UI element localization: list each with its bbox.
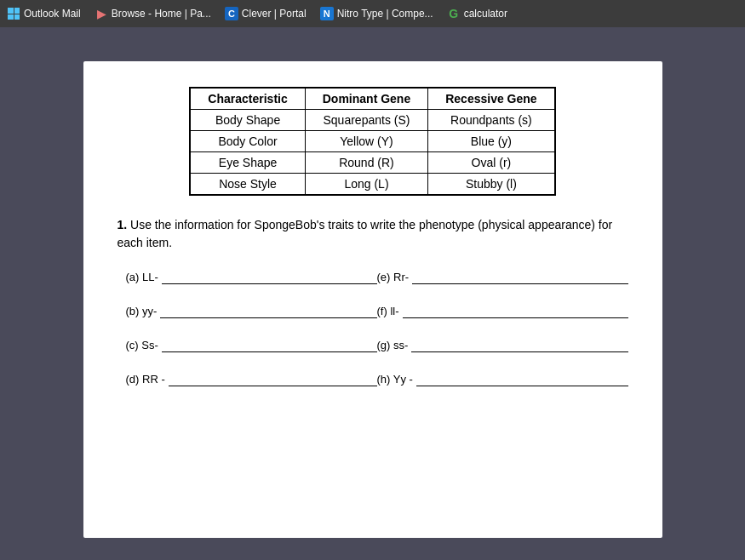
answers-grid: (a) LL- (b) yy- (c) Ss- (d) RR - (126, 269, 628, 405)
toolbar-item-outlook[interactable]: Outlook Mail (7, 7, 81, 20)
answer-line-f[interactable] (403, 303, 628, 318)
table-row: Body ShapeSquarepants (S)Roundpants (s) (190, 110, 554, 131)
toolbar-label-browse: Browse - Home | Pa... (112, 8, 211, 20)
answer-row-c: (c) Ss- (126, 337, 377, 352)
answer-label-a: (a) LL- (126, 271, 158, 283)
c-icon: C (225, 7, 238, 20)
grid-icon (7, 7, 20, 20)
answer-row-g: (g) ss- (377, 337, 628, 352)
table-row: Body ColorYellow (Y)Blue (y) (190, 131, 554, 152)
answers-right-column: (e) Rr- (f) ll- (g) ss- (h) Yy - (377, 269, 628, 405)
table-header-recessive: Recessive Gene (428, 88, 555, 110)
answer-row-a: (a) LL- (126, 269, 377, 284)
answer-label-h: (h) Yy - (377, 373, 413, 386)
question-number: 1. (117, 218, 128, 231)
toolbar-label-calculator: calculator (464, 8, 507, 20)
toolbar-item-clever[interactable]: C Clever | Portal (225, 7, 307, 20)
table-cell-r2-c0: Eye Shape (190, 152, 305, 174)
answer-line-h[interactable] (416, 371, 628, 386)
answer-line-d[interactable] (169, 371, 377, 386)
answer-line-b[interactable] (160, 303, 376, 318)
table-cell-r2-c1: Round (R) (305, 152, 427, 174)
table-cell-r3-c2: Stubby (l) (428, 174, 555, 196)
g-icon: G (447, 7, 461, 20)
genetics-table: Characteristic Dominant Gene Recessive G… (189, 87, 555, 196)
toolbar-label-outlook: Outlook Mail (24, 8, 81, 20)
table-cell-r3-c1: Long (L) (305, 174, 427, 196)
answer-row-f: (f) ll- (377, 303, 628, 318)
question-text: 1. Use the information for SpongeBob's t… (117, 216, 628, 252)
toolbar-item-browse[interactable]: ▶ Browse - Home | Pa... (95, 7, 211, 20)
table-cell-r2-c2: Oval (r) (428, 152, 555, 174)
answer-row-h: (h) Yy - (377, 371, 628, 386)
toolbar-label-clever: Clever | Portal (242, 8, 307, 20)
table-header-dominant: Dominant Gene (305, 88, 427, 110)
answers-left-column: (a) LL- (b) yy- (c) Ss- (d) RR - (126, 269, 377, 405)
table-row: Eye ShapeRound (R)Oval (r) (190, 152, 554, 174)
browser-toolbar: Outlook Mail ▶ Browse - Home | Pa... C C… (0, 0, 745, 27)
table-cell-r1-c1: Yellow (Y) (305, 131, 427, 152)
answer-row-d: (d) RR - (126, 371, 377, 386)
answer-label-e: (e) Rr- (377, 271, 410, 283)
answer-line-g[interactable] (411, 337, 628, 352)
n-icon: N (320, 7, 334, 20)
answer-label-d: (d) RR - (126, 373, 165, 386)
p-icon: ▶ (95, 7, 108, 20)
table-cell-r1-c2: Blue (y) (428, 131, 555, 152)
question-section: 1. Use the information for SpongeBob's t… (117, 216, 628, 405)
answer-label-g: (g) ss- (377, 339, 409, 351)
table-cell-r0-c0: Body Shape (190, 110, 305, 131)
answer-label-b: (b) yy- (126, 305, 158, 317)
question-description: Use the information for SpongeBob's trai… (117, 218, 613, 249)
table-header-characteristic: Characteristic (190, 88, 305, 110)
table-cell-r0-c2: Roundpants (s) (428, 110, 555, 131)
toolbar-label-nitro: Nitro Type | Compe... (337, 8, 433, 20)
toolbar-item-calculator[interactable]: G calculator (447, 7, 507, 20)
answer-row-b: (b) yy- (126, 303, 377, 318)
answer-label-c: (c) Ss- (126, 339, 158, 351)
table-row: Nose StyleLong (L)Stubby (l) (190, 174, 554, 196)
worksheet: Characteristic Dominant Gene Recessive G… (83, 61, 662, 538)
answer-line-c[interactable] (162, 337, 377, 352)
answer-row-e: (e) Rr- (377, 269, 628, 284)
table-cell-r1-c0: Body Color (190, 131, 305, 152)
table-cell-r0-c1: Squarepants (S) (305, 110, 427, 131)
toolbar-item-nitro[interactable]: N Nitro Type | Compe... (320, 7, 433, 20)
answer-label-f: (f) ll- (377, 305, 399, 317)
main-content: Characteristic Dominant Gene Recessive G… (0, 27, 745, 560)
table-cell-r3-c0: Nose Style (190, 174, 305, 196)
answer-line-e[interactable] (412, 269, 628, 284)
answer-line-a[interactable] (162, 269, 377, 284)
